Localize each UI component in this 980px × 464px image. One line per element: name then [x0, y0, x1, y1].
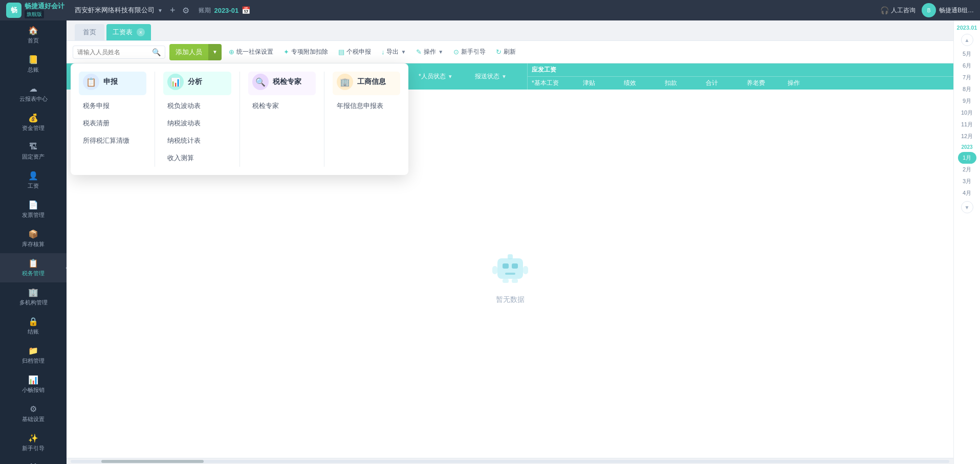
special-deduction-label: 专项附加扣除: [291, 48, 328, 56]
company-name: 西安虾米网络科技有限公司: [75, 6, 155, 15]
sidebar-item-tax[interactable]: 📋 税务管理 ‹: [0, 253, 67, 282]
closing-icon: 🔒: [28, 317, 38, 326]
th-applied-wage-group: 应发工资 *基本工资 津贴 绩效 扣款: [527, 63, 953, 90]
sidebar-item-ledger[interactable]: 📒 总账: [0, 50, 67, 79]
xiaochang-icon: 📊: [28, 375, 38, 385]
sidebar-label-cloud: 云报表中心: [19, 95, 48, 103]
timeline-month-5[interactable]: 5月: [958, 48, 976, 60]
timeline-month-6[interactable]: 6月: [958, 60, 976, 72]
timeline-nav-up[interactable]: ▲: [961, 34, 973, 46]
dropdown-section-analysis: 📊 分析 税负波动表 纳税波动表 纳税统计表 收入测算: [155, 72, 239, 167]
operations-chevron-icon: ▼: [438, 49, 443, 55]
sidebar: 🏠 首页 📒 总账 ☁ 云报表中心 💰 资金管理 🏗 固定资产 👤 工资 📄 发…: [0, 20, 67, 464]
dropdown-item-tax-form[interactable]: 税表清册: [79, 115, 146, 132]
timeline-month-11[interactable]: 11月: [958, 119, 976, 130]
period-info: 账期 2023-01 📅: [199, 6, 250, 15]
svg-rect-5: [492, 266, 497, 274]
operations-btn[interactable]: ✎ 操作 ▼: [413, 46, 446, 58]
archive-icon: 📁: [28, 346, 38, 356]
empty-message: 暂无数据: [496, 295, 525, 304]
export-label: 导出: [386, 48, 399, 56]
sidebar-label-fund: 资金管理: [22, 124, 45, 132]
scrollbar-thumb[interactable]: [101, 460, 204, 463]
dropdown-item-tax-statistics[interactable]: 纳税统计表: [163, 132, 231, 149]
tax-return-btn[interactable]: ▤ 个税申报: [335, 46, 374, 58]
social-insurance-btn[interactable]: ⊕ 统一社保设置: [226, 46, 276, 58]
timeline-month-12[interactable]: 12月: [958, 130, 976, 142]
horizontal-scrollbar[interactable]: [67, 458, 953, 464]
refresh-label: 刷新: [504, 48, 516, 56]
chevron-down-icon: ▼: [158, 8, 163, 13]
tab-close-btn[interactable]: ×: [137, 28, 145, 36]
app-edition: 旗舰版: [25, 10, 44, 18]
th-status[interactable]: *人员状态 ▼: [415, 67, 471, 86]
dropdown-item-tax-declaration[interactable]: 税务申报: [79, 97, 146, 115]
timeline-month-3[interactable]: 3月: [958, 175, 976, 187]
sidebar-item-archive[interactable]: 📁 归档管理: [0, 341, 67, 370]
dropdown-item-annual-report[interactable]: 年报信息申报表: [333, 97, 400, 115]
timeline-month-10[interactable]: 10月: [958, 107, 976, 119]
support-link[interactable]: 🎧 人工咨询: [880, 6, 916, 15]
special-deduction-btn[interactable]: ✦ 专项附加扣除: [280, 46, 331, 58]
timeline-month-7[interactable]: 7月: [958, 72, 976, 83]
sidebar-item-invoice[interactable]: 📄 发票管理: [0, 195, 67, 224]
tax-return-label: 个税申报: [346, 48, 371, 56]
sidebar-item-closing[interactable]: 🔒 结账: [0, 312, 67, 341]
svg-rect-4: [508, 254, 513, 259]
avatar: B: [922, 3, 936, 17]
dropdown-item-tax-check[interactable]: 税检专家: [248, 97, 316, 115]
sidebar-item-salary[interactable]: 👤 工资: [0, 166, 67, 195]
th-report-status[interactable]: 报送状态 ▼: [471, 67, 527, 86]
add-company-btn[interactable]: +: [168, 5, 178, 16]
tab-salary[interactable]: 工资表 ×: [106, 24, 151, 40]
refresh-btn[interactable]: ↻ 刷新: [493, 46, 519, 58]
sidebar-item-xiaochang[interactable]: 📊 小畅报销: [0, 370, 67, 399]
section-title-analysis: 分析: [188, 77, 202, 86]
user-info[interactable]: B 畅捷通B组…: [922, 3, 974, 17]
basic-settings-icon: ⚙: [30, 404, 37, 414]
timeline-nav-down[interactable]: ▼: [961, 201, 973, 213]
tab-home[interactable]: 首页: [75, 24, 104, 40]
search-box[interactable]: 🔍: [73, 46, 165, 59]
sidebar-item-multiorg[interactable]: 🏢 多机构管理: [0, 282, 67, 312]
dropdown-section-declaration: 📋 申报 税务申报 税表清册 所得税汇算清缴: [79, 72, 155, 167]
timeline-month-2[interactable]: 2月: [958, 164, 976, 175]
dropdown-item-tax-burden[interactable]: 税负波动表: [163, 97, 231, 115]
sidebar-item-vip[interactable]: V 畅会员: [0, 457, 67, 464]
dropdown-item-income-settlement[interactable]: 所得税汇算清缴: [79, 132, 146, 149]
sidebar-item-fixed-assets[interactable]: 🏗 固定资产: [0, 137, 67, 166]
new-guide-icon: ✨: [28, 433, 38, 443]
sidebar-item-new-guide[interactable]: ✨ 新手引导: [0, 428, 67, 457]
sidebar-item-home[interactable]: 🏠 首页: [0, 20, 67, 50]
dropdown-item-tax-fluctuation[interactable]: 纳税波动表: [163, 115, 231, 132]
settings-icon[interactable]: ⚙: [182, 6, 189, 15]
sidebar-collapse-arrow[interactable]: ‹: [62, 261, 67, 275]
search-input[interactable]: [77, 49, 149, 56]
timeline-month-9[interactable]: 9月: [958, 95, 976, 107]
company-selector[interactable]: 西安虾米网络科技有限公司 ▼: [75, 6, 163, 15]
sidebar-item-inventory[interactable]: 📦 库存核算: [0, 224, 67, 253]
add-person-btn[interactable]: 添加人员 ▼: [169, 44, 222, 60]
timeline-month-1-active[interactable]: 1月: [958, 152, 976, 164]
timeline-month-4[interactable]: 4月: [958, 187, 976, 199]
new-guide-btn[interactable]: ⊙ 新手引导: [450, 46, 489, 58]
social-insurance-icon: ⊕: [229, 48, 234, 56]
sidebar-label-fixed-assets: 固定资产: [22, 153, 45, 161]
dropdown-item-income-forecast[interactable]: 收入测算: [163, 149, 231, 167]
close-icon: ×: [139, 30, 142, 35]
section-title-declaration: 申报: [103, 77, 118, 86]
fixed-assets-icon: 🏗: [29, 142, 37, 151]
timeline-month-8[interactable]: 8月: [958, 83, 976, 95]
analysis-icon: 📊: [167, 74, 184, 90]
content-area: 首页 工资表 × 🔍 添加人员 ▼ ⊕ 统一社保设置: [67, 20, 953, 464]
sidebar-item-cloud[interactable]: ☁ 云报表中心: [0, 79, 67, 108]
new-guide-toolbar-icon: ⊙: [453, 48, 459, 56]
dropdown-section-tax-expert: 🔍 税检专家 税检专家: [240, 72, 324, 167]
th-operation: 操作: [783, 77, 953, 90]
svg-rect-7: [503, 279, 509, 283]
calendar-icon[interactable]: 📅: [242, 6, 250, 14]
sidebar-item-fund[interactable]: 💰 资金管理: [0, 108, 67, 137]
export-btn[interactable]: ↓ 导出 ▼: [378, 46, 409, 58]
scrollbar-track[interactable]: [71, 460, 949, 463]
sidebar-item-basic-settings[interactable]: ⚙ 基础设置: [0, 399, 67, 428]
